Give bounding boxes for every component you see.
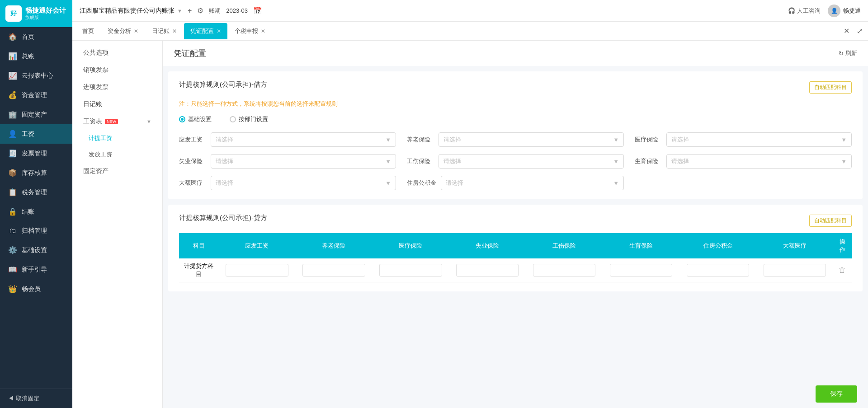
panel-item-fixed-assets[interactable]: 固定资产 <box>72 163 162 180</box>
sidebar-item-member[interactable]: 👑 畅会员 <box>0 279 72 299</box>
sidebar-item-inventory[interactable]: 📦 库存核算 <box>0 163 72 183</box>
sidebar-item-label: 新手引导 <box>22 266 47 274</box>
cell-input-apply-salary[interactable] <box>226 264 288 277</box>
company-name: 江西服宝精品有限责任公司内账张 <box>80 7 175 15</box>
cell-input-medical[interactable] <box>379 264 442 277</box>
panel-sub-item-advance-salary[interactable]: 计提工资 <box>72 130 162 146</box>
refresh-button[interactable]: ↻ 刷新 <box>839 49 857 57</box>
auto-match-button-1[interactable]: 自动匹配科目 <box>809 81 852 94</box>
panel-item-journal[interactable]: 日记账 <box>72 96 162 113</box>
panel-item-public[interactable]: 公共选项 <box>72 44 162 61</box>
sidebar-item-archive[interactable]: 🗂 归档管理 <box>0 221 72 240</box>
large-medical-select[interactable]: 请选择 ▼ <box>211 176 396 190</box>
save-button[interactable]: 保存 <box>816 385 857 403</box>
field-unemployment: 失业保险 请选择 ▼ <box>179 154 396 169</box>
refresh-icon: ↻ <box>839 50 844 57</box>
sidebar-item-fund[interactable]: 💰 资金管理 <box>0 85 72 105</box>
sidebar-item-close[interactable]: 🔒 结账 <box>0 202 72 221</box>
maternity-select[interactable]: 请选择 ▼ <box>666 154 852 169</box>
username: 畅捷通 <box>843 7 861 15</box>
sidebar-item-salary[interactable]: 👤 工资 <box>0 124 72 144</box>
work-injury-select[interactable]: 请选择 ▼ <box>439 154 624 169</box>
sidebar-item-label: 基础设置 <box>22 246 47 254</box>
delete-row-button[interactable]: 🗑 <box>839 266 846 274</box>
cell-large-medical[interactable] <box>756 258 833 282</box>
assets-icon: 🏢 <box>8 110 17 119</box>
medical-select[interactable]: 请选择 ▼ <box>666 132 852 147</box>
sidebar: 好 畅捷通好会计 旗舰版 🏠 首页 📊 总账 📈 云报表中心 💰 资金管理 🏢 … <box>0 0 72 408</box>
sidebar-item-guide[interactable]: 📖 新手引导 <box>0 260 72 279</box>
chevron-down-icon: ▼ <box>146 119 151 124</box>
sidebar-item-label: 归档管理 <box>22 227 47 235</box>
panel-item-salary-table[interactable]: 工资表 NEW ▼ <box>72 113 162 130</box>
add-tab-button[interactable]: + <box>188 7 192 15</box>
cell-unemployment[interactable] <box>449 258 526 282</box>
pension-select[interactable]: 请选择 ▼ <box>439 132 624 147</box>
close-tab-voucher-config[interactable]: ✕ <box>217 28 221 34</box>
tab-journal[interactable]: 日记账 ✕ <box>146 23 183 39</box>
logo-subtitle: 旗舰版 <box>25 14 66 21</box>
sidebar-item-invoice[interactable]: 🧾 发票管理 <box>0 144 72 163</box>
cell-apply-salary[interactable] <box>218 258 295 282</box>
panel-sub-item-pay-salary[interactable]: 发放工资 <box>72 146 162 163</box>
calendar-icon[interactable]: 📅 <box>253 6 262 15</box>
support-button[interactable]: 🎧 人工咨询 <box>788 7 821 15</box>
cell-medical[interactable] <box>372 258 449 282</box>
panel-item-sales-invoice[interactable]: 销项发票 <box>72 61 162 79</box>
panel-item-purchase-invoice[interactable]: 进项发票 <box>72 79 162 96</box>
tab-home[interactable]: 首页 <box>76 23 100 39</box>
cell-operation: 🗑 <box>833 258 852 282</box>
apply-salary-select[interactable]: 请选择 ▼ <box>211 132 396 147</box>
company-selector[interactable]: 江西服宝精品有限责任公司内账张 ▼ <box>80 7 182 15</box>
cell-input-maternity[interactable] <box>610 264 673 277</box>
tab-fund-label: 资金分析 <box>108 27 131 35</box>
cell-input-work-injury[interactable] <box>533 264 596 277</box>
main-area: 江西服宝精品有限责任公司内账张 ▼ + ⚙ 账期 2023-03 📅 🎧 人工咨… <box>72 0 868 408</box>
cell-input-large-medical[interactable] <box>764 264 826 277</box>
cell-work-injury[interactable] <box>526 258 603 282</box>
tab-voucher-config[interactable]: 凭证配置 ✕ <box>184 23 227 39</box>
cell-input-unemployment[interactable] <box>456 264 519 277</box>
cell-housing-fund[interactable] <box>679 258 756 282</box>
cell-maternity[interactable] <box>603 258 679 282</box>
member-icon: 👑 <box>8 285 17 293</box>
settings-icon[interactable]: ⚙ <box>197 6 203 15</box>
panel-item-label: 固定资产 <box>83 167 108 175</box>
sidebar-item-home[interactable]: 🏠 首页 <box>0 27 72 47</box>
field-label: 养老保险 <box>407 136 434 144</box>
th-medical: 医疗保险 <box>372 233 449 258</box>
field-housing-fund: 住房公积金 请选择 ▼ <box>407 176 624 190</box>
radio-dept-label: 按部门设置 <box>239 115 268 123</box>
new-badge: NEW <box>105 119 118 124</box>
th-maternity: 生育保险 <box>603 233 679 258</box>
panel-item-label: 销项发票 <box>83 66 108 74</box>
chevron-down-icon: ▼ <box>613 158 619 165</box>
close-tab-tax-report[interactable]: ✕ <box>261 28 265 34</box>
cell-input-housing-fund[interactable] <box>687 264 750 277</box>
radio-basic[interactable]: 基础设置 <box>179 115 212 123</box>
user-area[interactable]: 👤 畅捷通 <box>828 5 861 17</box>
section1-title: 计提核算规则(公司承担)-借方 <box>179 80 267 89</box>
tab-tax-report[interactable]: 个税申报 ✕ <box>228 23 272 39</box>
cell-input-pension[interactable] <box>302 264 365 277</box>
close-all-tabs-button[interactable]: ✕ <box>842 25 851 37</box>
close-tab-journal[interactable]: ✕ <box>172 28 177 34</box>
sidebar-item-settings[interactable]: ⚙️ 基础设置 <box>0 240 72 260</box>
tab-fund[interactable]: 资金分析 ✕ <box>101 23 145 39</box>
cell-pension[interactable] <box>295 258 372 282</box>
sidebar-item-assets[interactable]: 🏢 固定资产 <box>0 105 72 124</box>
sidebar-item-reports[interactable]: 📈 云报表中心 <box>0 66 72 85</box>
expand-icon[interactable]: ⤢ <box>855 25 864 37</box>
field-medical: 医疗保险 请选择 ▼ <box>635 132 852 147</box>
auto-match-button-2[interactable]: 自动匹配科目 <box>809 215 852 227</box>
sidebar-item-ledger[interactable]: 📊 总账 <box>0 47 72 66</box>
close-tab-fund[interactable]: ✕ <box>134 28 138 34</box>
section-debit: 计提核算规则(公司承担)-借方 自动匹配科目 注：只能选择一种方式，系统将按照您… <box>168 71 863 199</box>
cancel-fixed-label: ◀ 取消固定 <box>8 394 39 403</box>
radio-by-dept[interactable]: 按部门设置 <box>230 115 268 123</box>
tab-journal-label: 日记账 <box>152 27 170 35</box>
unemployment-select[interactable]: 请选择 ▼ <box>211 154 396 169</box>
cancel-fixed-button[interactable]: ◀ 取消固定 <box>0 389 72 408</box>
housing-fund-select[interactable]: 请选择 ▼ <box>441 176 624 190</box>
sidebar-item-tax[interactable]: 📋 税务管理 <box>0 183 72 202</box>
